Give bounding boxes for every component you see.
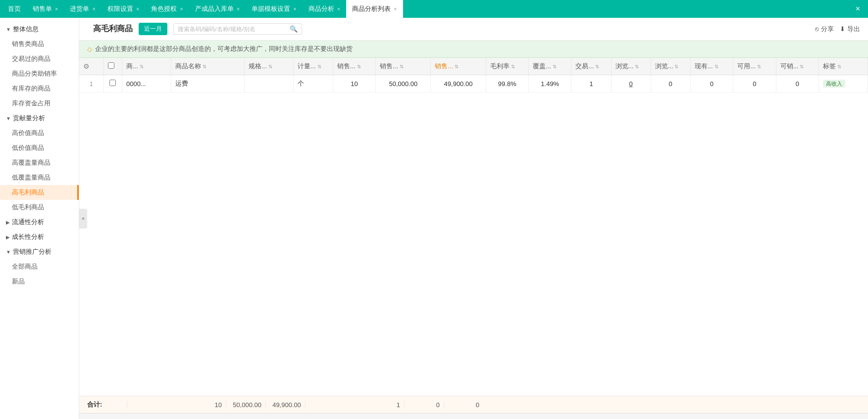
collapse-sidebar-button[interactable]: « <box>79 209 87 229</box>
sort-icon-gross: ⇅ <box>511 64 515 69</box>
sidebar-group-marketing[interactable]: ▼ 营销推广分析 <box>0 244 79 259</box>
select-all-checkbox[interactable] <box>108 62 114 69</box>
product-table: ⚙ 商...⇅ 商品名称⇅ 规格...⇅ <box>79 58 868 93</box>
sort-icon-amt: ⇅ <box>400 64 404 69</box>
col-header-cover[interactable]: 覆盖...⇅ <box>529 58 571 75</box>
sidebar-item-all-goods[interactable]: 全部商品 <box>0 259 79 274</box>
sidebar-item-high-coverage[interactable]: 高覆盖量商品 <box>0 155 79 170</box>
table-container[interactable]: ⚙ 商...⇅ 商品名称⇅ 规格...⇅ <box>79 58 868 396</box>
sort-icon-stock1: ⇅ <box>715 64 718 69</box>
tab-analysis-list-close[interactable]: × <box>394 6 397 12</box>
row-sales-qty: 10 <box>333 75 375 93</box>
col-header-sellable[interactable]: 可销...⇅ <box>776 58 818 75</box>
tab-finished-goods[interactable]: 产成品入库单 × <box>189 0 246 18</box>
settings-icon[interactable]: ⚙ <box>83 62 90 70</box>
tab-role-close[interactable]: × <box>180 6 183 12</box>
sidebar-item-low-margin[interactable]: 低毛利商品 <box>0 200 79 215</box>
tab-permission[interactable]: 权限设置 × <box>102 0 145 18</box>
row-unit: 个 <box>293 75 333 93</box>
tab-purchase[interactable]: 进货单 × <box>64 0 101 18</box>
tab-product-analysis-list[interactable]: 商品分析列表 × <box>346 0 403 18</box>
date-filter-last-month[interactable]: 近一月 <box>139 23 167 35</box>
arrow-icon-3: ▶ <box>6 220 10 225</box>
table-row: 1 0000... 运费 个 10 50,000.00 49,900.00 99… <box>79 75 868 93</box>
col-header-spec[interactable]: 规格...⇅ <box>244 58 293 75</box>
row-browse1[interactable]: 0 <box>611 75 651 93</box>
close-all-button[interactable]: × <box>850 4 866 13</box>
sidebar-item-category-rate[interactable]: 商品分类助销率 <box>0 66 79 81</box>
share-button[interactable]: ⎋ 分享 <box>815 25 834 34</box>
row-cover: 1.49% <box>529 75 571 93</box>
col-header-stock-current[interactable]: 现有...⇅ <box>690 58 733 75</box>
sidebar-group-contribution[interactable]: ▼ 贡献量分析 <box>0 111 79 126</box>
search-input[interactable] <box>178 26 290 33</box>
tab-product-analysis[interactable]: 商品分析 × <box>303 0 346 18</box>
bottom-scrollbar[interactable] <box>79 413 868 419</box>
tab-sales-close[interactable]: × <box>55 6 58 12</box>
tip-bar: ◇ 企业的主要的利润都是这部分商品创造的，可考虑加大推广，同时关注库存是不要出现… <box>79 41 868 58</box>
col-header-code[interactable]: 商...⇅ <box>122 58 171 75</box>
search-box: 🔍 <box>173 23 302 35</box>
col-header-browse2[interactable]: 浏览...⇅ <box>651 58 690 75</box>
col-header-settings[interactable]: ⚙ <box>79 58 103 75</box>
sidebar-group-overall[interactable]: ▼ 整体信息 <box>0 22 79 37</box>
footer-total: 合计: 10 50,000.00 49,900.00 1 0 0 <box>79 396 868 413</box>
row-stock-available: 0 <box>733 75 776 93</box>
sidebar-item-high-value[interactable]: 高价值商品 <box>0 126 79 140</box>
tab-template[interactable]: 单据模板设置 × <box>246 0 302 18</box>
search-icon[interactable]: 🔍 <box>290 25 298 33</box>
browse1-link[interactable]: 0 <box>629 80 632 88</box>
content-area: « 高毛利商品 近一月 🔍 ⎋ 分享 ⬇ 导出 ◇ 企 <box>79 18 868 419</box>
tab-role[interactable]: 角色授权 × <box>145 0 189 18</box>
total-sales-cost: 49,900.00 <box>265 401 305 409</box>
tab-home[interactable]: 首页 <box>2 0 27 18</box>
sort-icon-sellable: ⇅ <box>800 64 804 69</box>
action-buttons: ⎋ 分享 ⬇ 导出 <box>815 25 860 34</box>
col-header-checkbox[interactable] <box>103 58 122 75</box>
row-gross-rate: 99.8% <box>486 75 528 93</box>
tag-badge: 高收入 <box>823 80 845 88</box>
sort-icon-cover: ⇅ <box>553 64 557 69</box>
sidebar-item-low-coverage[interactable]: 低覆盖量商品 <box>0 170 79 185</box>
sort-icon: ⇅ <box>140 64 144 69</box>
sort-icon-qty: ⇅ <box>357 64 361 69</box>
row-sellable: 0 <box>776 75 818 93</box>
col-header-trade[interactable]: 交易...⇅ <box>571 58 611 75</box>
row-checkbox[interactable] <box>109 80 116 86</box>
tab-template-close[interactable]: × <box>293 6 296 12</box>
col-header-sales-cost[interactable]: 销售...⇅ <box>431 58 486 75</box>
col-header-stock-available[interactable]: 可用...⇅ <box>733 58 776 75</box>
sidebar-group-growth[interactable]: ▶ 成长性分析 <box>0 230 79 244</box>
tab-permission-close[interactable]: × <box>136 6 139 12</box>
arrow-icon-2: ▼ <box>6 116 11 121</box>
sidebar-item-traded-goods[interactable]: 交易过的商品 <box>0 51 79 66</box>
col-header-gross-rate[interactable]: 毛利率⇅ <box>486 58 528 75</box>
sidebar-item-stocked-goods[interactable]: 有库存的商品 <box>0 81 79 96</box>
tab-sales[interactable]: 销售单 × <box>27 0 64 18</box>
tab-analysis-close[interactable]: × <box>337 6 340 12</box>
sidebar: ▼ 整体信息 销售类商品 交易过的商品 商品分类助销率 有库存的商品 库存资金占… <box>0 18 79 419</box>
content-header: 高毛利商品 近一月 🔍 ⎋ 分享 ⬇ 导出 <box>79 18 868 41</box>
arrow-icon: ▼ <box>6 27 11 32</box>
row-trade: 1 <box>571 75 611 93</box>
export-button[interactable]: ⬇ 导出 <box>840 25 860 34</box>
sidebar-item-new-goods[interactable]: 新品 <box>0 274 79 289</box>
col-header-tag[interactable]: 标签⇅ <box>819 58 868 75</box>
sidebar-item-stock-capital[interactable]: 库存资金占用 <box>0 96 79 111</box>
col-header-sales-amt[interactable]: 销售...⇅ <box>376 58 431 75</box>
sidebar-item-high-margin[interactable]: 高毛利商品 <box>0 185 79 200</box>
sort-icon-trade: ⇅ <box>595 64 599 69</box>
sidebar-item-sales-goods[interactable]: 销售类商品 <box>0 37 79 51</box>
tab-purchase-close[interactable]: × <box>92 6 95 12</box>
row-checkbox-cell[interactable] <box>103 75 122 93</box>
col-header-unit[interactable]: 计量...⇅ <box>293 58 333 75</box>
col-header-sales-qty[interactable]: 销售...⇅ <box>333 58 375 75</box>
row-browse2: 0 <box>651 75 690 93</box>
table-header-row: ⚙ 商...⇅ 商品名称⇅ 规格...⇅ <box>79 58 868 75</box>
sidebar-item-low-value[interactable]: 低价值商品 <box>0 140 79 155</box>
tab-finished-close[interactable]: × <box>237 6 240 12</box>
col-header-browse1[interactable]: 浏览...⇅ <box>611 58 651 75</box>
col-header-name[interactable]: 商品名称⇅ <box>171 58 244 75</box>
sort-icon-spec: ⇅ <box>268 64 272 69</box>
sidebar-group-liquidity[interactable]: ▶ 流通性分析 <box>0 215 79 230</box>
